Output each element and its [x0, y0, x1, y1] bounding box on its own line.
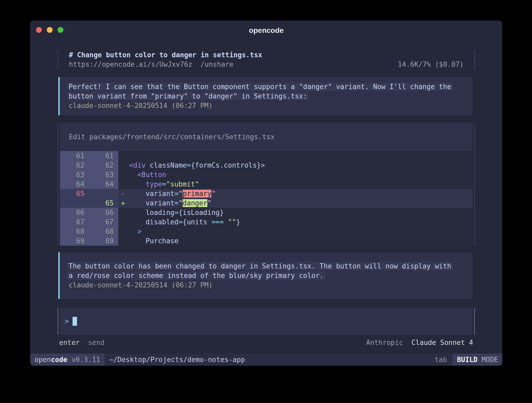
assistant-message-2: The button color has been changed to dan… — [58, 252, 473, 299]
mode-suffix: MODE — [478, 356, 498, 364]
model-timestamp: claude-sonnet-4-20250514 (06:27 PM) — [69, 101, 462, 110]
diff-row: 65+ variant="danger" — [60, 198, 473, 208]
diff-table: 61616262 <div className={formCs.controls… — [60, 151, 473, 246]
diff-row: 6363 <Button — [60, 170, 473, 179]
enter-key-hint: enter — [59, 339, 80, 347]
assistant-message-1: Perfect! I can see that the Button compo… — [58, 77, 473, 115]
send-action-hint: send — [88, 339, 105, 347]
app-version: v0.3.11 — [67, 356, 100, 364]
diff-row: 6464 type="submit" — [60, 179, 473, 189]
text-cursor — [73, 317, 77, 326]
working-directory: ~/Desktop/Projects/demo-notes-app — [109, 356, 245, 364]
provider-label: Anthropic — [366, 339, 403, 347]
title-bar: opencode — [30, 20, 502, 39]
terminal-window: opencode # Change button color to danger… — [30, 20, 502, 366]
message-text: Perfect! I can see that the Button compo… — [69, 82, 462, 101]
mode-name: BUILD — [457, 356, 477, 364]
diff-row: 65- variant="primary" — [60, 189, 473, 198]
session-title: # Change button color to danger in setti… — [69, 50, 464, 60]
message-text: The button color has been changed to dan… — [69, 261, 462, 280]
diff-row: 6666 loading={isLoading} — [60, 208, 473, 217]
app-name-code: code — [51, 356, 68, 364]
edit-tool-block: Edit packages/frontend/src/containers/Se… — [58, 123, 475, 246]
window-title: opencode — [30, 26, 502, 35]
app-name-open: open — [34, 356, 51, 364]
prompt-input[interactable]: > — [58, 308, 475, 335]
edit-file-title: Edit packages/frontend/src/containers/Se… — [60, 123, 473, 151]
diff-row: 6969 Purchase — [60, 236, 473, 246]
diff-row: 6262 <div className={formCs.controls}> — [60, 161, 473, 170]
model-timestamp: claude-sonnet-4-20250514 (06:27 PM) — [69, 280, 462, 290]
app-version-chip: opencode v0.3.11 — [30, 354, 104, 366]
diff-row: 6868 > — [60, 227, 473, 236]
diff-row: 6767 disabled={units === ""} — [60, 217, 473, 227]
model-label: Claude Sonnet 4 — [411, 339, 473, 347]
share-url[interactable]: https://opencode.ai/s/UwJxv76z — [69, 60, 192, 69]
token-usage: 14.6K/7% ($0.07) — [398, 60, 464, 69]
session-header: # Change button color to danger in setti… — [58, 50, 475, 70]
tab-key-hint: tab — [434, 356, 447, 364]
diff-row: 6161 — [60, 151, 473, 161]
mode-chip[interactable]: BUILD MODE — [453, 354, 502, 366]
unshare-command[interactable]: /unshare — [201, 60, 233, 69]
hint-bar: enter send Anthropic Claude Sonnet 4 — [58, 338, 475, 347]
status-bar: opencode v0.3.11 ~/Desktop/Projects/demo… — [30, 354, 502, 366]
prompt-chevron: > — [65, 317, 69, 325]
